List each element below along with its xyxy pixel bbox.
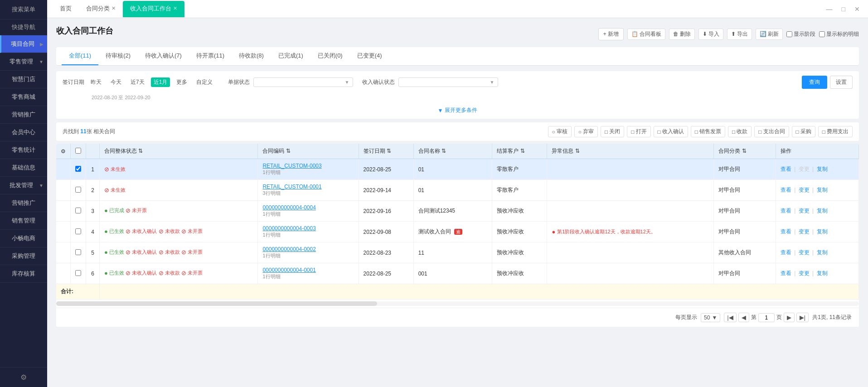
row5-checkbox[interactable]	[71, 242, 86, 263]
row4-checkbox[interactable]	[71, 222, 86, 242]
sidebar-search[interactable]: 搜索菜单	[0, 0, 47, 19]
chk-show-marks[interactable]: 显示标的明细	[819, 30, 859, 38]
row5-edit-btn[interactable]: 变更	[799, 249, 810, 256]
filter-tab-all[interactable]: 全部(11)	[62, 47, 98, 65]
filter-tab-closed[interactable]: 已关闭(0)	[310, 47, 350, 65]
col-settlement-customer[interactable]: 结算客户 ⇅	[492, 144, 547, 159]
row5-view-btn[interactable]: 查看	[781, 249, 791, 256]
btn-setting[interactable]: 设置	[830, 76, 853, 89]
filter-tab-pending-review[interactable]: 待审核(2)	[98, 47, 138, 65]
row6-copy-btn[interactable]: 复制	[817, 270, 828, 276]
row5-code-link[interactable]: 0000000000004-0002	[262, 246, 354, 252]
row2-expand[interactable]	[56, 180, 71, 201]
date-opt-custom[interactable]: 自定义	[194, 77, 215, 87]
btn-payout[interactable]: □ 支出合同	[754, 126, 789, 137]
filter-tab-completed[interactable]: 已完成(1)	[271, 47, 310, 65]
doc-status-select[interactable]: ▼	[253, 77, 353, 87]
col-settings[interactable]: ⚙	[56, 144, 71, 159]
row1-expand[interactable]	[56, 159, 71, 180]
chk-stages-input[interactable]	[786, 31, 792, 37]
btn-query[interactable]: 查询	[802, 76, 827, 89]
row3-expand[interactable]	[56, 201, 71, 222]
window-maximize[interactable]: □	[839, 5, 848, 14]
expand-conditions-btn[interactable]: ▼ 展开更多条件	[438, 106, 478, 114]
row2-checkbox[interactable]	[71, 180, 86, 201]
sidebar-item-retail-commerce[interactable]: 零售商城	[0, 88, 47, 106]
tab-contract-cat[interactable]: 合同分类 ✕	[79, 1, 123, 17]
row1-copy-btn[interactable]: 复制	[817, 166, 828, 172]
col-contract-category[interactable]: 合同分类 ⇅	[714, 144, 776, 159]
tab-close-income-contract[interactable]: ✕	[173, 5, 177, 11]
row3-view-btn[interactable]: 查看	[781, 208, 791, 214]
sidebar-item-ecommerce[interactable]: 小畅电商	[0, 230, 47, 247]
row4-view-btn[interactable]: 查看	[781, 228, 791, 235]
col-checkbox[interactable]	[71, 144, 86, 159]
btn-contract-panel[interactable]: 📋 合同看板	[627, 29, 665, 40]
col-contract-code[interactable]: 合同编码 ⇅	[258, 144, 359, 159]
sidebar-item-basic-info[interactable]: 基础信息	[0, 159, 47, 177]
row4-code-link[interactable]: 0000000000004-0003	[262, 225, 354, 232]
select-all-checkbox[interactable]	[75, 148, 81, 154]
page-size-select[interactable]: 50 ▼	[701, 313, 720, 322]
filter-tab-pending-receipt[interactable]: 待收款(8)	[232, 47, 271, 65]
btn-new[interactable]: + 新增	[598, 28, 624, 40]
row4-expand[interactable]	[56, 222, 71, 242]
row6-edit-btn[interactable]: 变更	[799, 270, 810, 276]
filter-tab-pending-income[interactable]: 待收入确认(7)	[138, 47, 189, 65]
btn-expense[interactable]: □ 费用支出	[818, 126, 853, 137]
col-overall-status[interactable]: 合同整体状态 ⇅	[100, 144, 258, 159]
sidebar-item-inventory[interactable]: 库存核算	[0, 265, 47, 283]
row5-expand[interactable]	[56, 242, 71, 263]
page-number-input[interactable]	[758, 313, 775, 322]
settings-icon[interactable]: ⚙	[0, 367, 47, 387]
btn-import[interactable]: ⬇ 导入	[698, 29, 723, 40]
btn-sales-invoice[interactable]: □ 销售发票	[691, 126, 725, 137]
row3-edit-btn[interactable]: 变更	[799, 208, 810, 214]
sidebar-item-project[interactable]: 项目合同 ▶	[0, 35, 47, 53]
row4-edit-btn[interactable]: 变更	[799, 228, 810, 235]
next-page-btn[interactable]: ▶	[784, 313, 795, 322]
row5-copy-btn[interactable]: 复制	[817, 249, 828, 256]
btn-close[interactable]: □ 关闭	[601, 126, 624, 137]
sidebar-item-retail-stats[interactable]: 零售统计	[0, 141, 47, 159]
date-opt-today[interactable]: 今天	[108, 77, 124, 87]
btn-purchase[interactable]: □ 采购	[792, 126, 815, 137]
col-contract-name[interactable]: 合同名称 ⇅	[413, 144, 492, 159]
window-minimize[interactable]: —	[824, 5, 835, 14]
chk-marks-input[interactable]	[819, 31, 825, 37]
window-close[interactable]: ✕	[852, 5, 863, 14]
sidebar-item-wholesale[interactable]: 批发管理 ▼	[0, 177, 47, 194]
row1-code-link[interactable]: RETAIL_CUSTOM-0003	[262, 163, 354, 169]
row2-code-link[interactable]: RETAIL_CUSTOM-0001	[262, 184, 354, 190]
row6-view-btn[interactable]: 查看	[781, 270, 791, 276]
date-opt-more[interactable]: 更多	[174, 77, 190, 87]
row1-checkbox[interactable]	[71, 159, 86, 180]
tab-income-contract[interactable]: 收入合同工作台 ✕	[123, 1, 184, 17]
btn-review[interactable]: ○ 审核	[548, 126, 572, 137]
scrollbar-thumb[interactable]	[56, 301, 377, 306]
btn-refresh[interactable]: 🔄 刷新	[756, 29, 783, 40]
row6-expand[interactable]	[56, 263, 71, 284]
row1-view-btn[interactable]: 查看	[781, 166, 791, 172]
row2-view-btn[interactable]: 查看	[781, 187, 791, 193]
first-page-btn[interactable]: |◀	[724, 313, 736, 322]
date-opt-last1month[interactable]: 近1月	[151, 77, 170, 87]
row2-edit-btn[interactable]: 变更	[799, 187, 810, 193]
sidebar-item-member[interactable]: 会员中心	[0, 124, 47, 141]
col-exception-info[interactable]: 异常信息 ⇅	[547, 144, 714, 159]
sidebar-quick-nav[interactable]: 快捷导航	[0, 19, 47, 35]
btn-abandon[interactable]: ○ 弃审	[574, 126, 598, 137]
income-confirm-select[interactable]: ▼	[398, 77, 498, 87]
btn-delete[interactable]: 🗑 删除	[669, 29, 695, 40]
prev-page-btn[interactable]: ◀	[738, 313, 749, 322]
sidebar-item-purchase[interactable]: 采购管理	[0, 247, 47, 265]
sidebar-item-marketing[interactable]: 营销推广	[0, 106, 47, 124]
row2-copy-btn[interactable]: 复制	[817, 187, 828, 193]
row4-copy-btn[interactable]: 复制	[817, 228, 828, 235]
sidebar-item-sales[interactable]: 销售管理	[0, 212, 47, 230]
row6-checkbox[interactable]	[71, 263, 86, 284]
row6-code-link[interactable]: 0000000000004-0001	[262, 267, 354, 273]
btn-income-confirm[interactable]: □ 收入确认	[654, 126, 688, 137]
btn-print[interactable]: □ 打开	[627, 126, 650, 137]
row3-checkbox[interactable]	[71, 201, 86, 222]
